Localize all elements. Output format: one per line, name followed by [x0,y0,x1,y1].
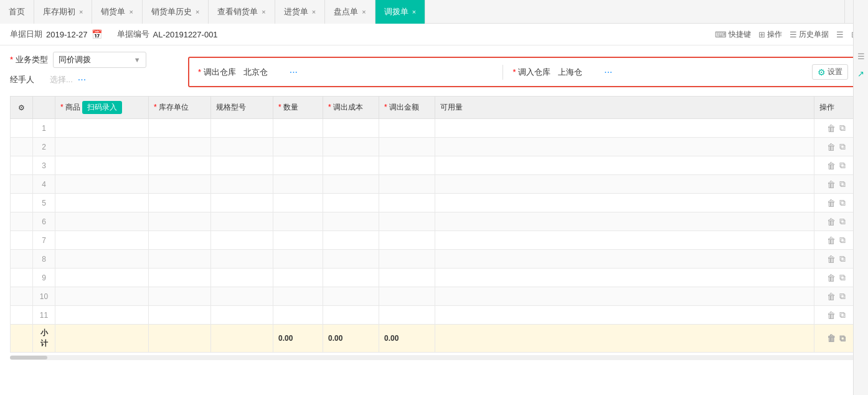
row-spec-cell[interactable] [211,306,273,325]
copy-row-icon[interactable]: ⧉ [839,141,846,152]
row-amount-cell[interactable] [379,231,435,250]
row-qty-cell[interactable] [273,194,323,212]
transfer-in-value[interactable]: 上海仓 [558,67,595,78]
row-amount-cell[interactable] [379,269,435,287]
calendar-icon[interactable]: 📅 [92,29,102,39]
copy-row-icon[interactable]: ⧉ [839,235,846,245]
row-cost-cell[interactable] [323,269,379,287]
delete-row-icon[interactable]: 🗑 [827,142,836,152]
row-product-cell[interactable] [55,156,149,175]
row-unit-cell[interactable] [149,138,211,156]
row-qty-cell[interactable] [273,212,323,231]
subtotal-copy-icon[interactable]: ⧉ [839,333,846,344]
transfer-out-more-icon[interactable]: ··· [285,67,303,78]
row-product-cell[interactable] [55,119,149,138]
delete-row-icon[interactable]: 🗑 [827,292,836,302]
row-spec-cell[interactable] [211,212,273,231]
delete-row-icon[interactable]: 🗑 [827,310,836,320]
operations-btn[interactable]: ⊞ 操作 [758,29,782,40]
row-cost-cell[interactable] [323,231,379,250]
delete-row-icon[interactable]: 🗑 [827,161,836,171]
row-product-cell[interactable] [55,250,149,269]
tab-home[interactable]: 首页 [0,0,34,24]
row-unit-cell[interactable] [149,175,211,194]
row-unit-cell[interactable] [149,194,211,212]
row-unit-cell[interactable] [149,119,211,138]
row-qty-cell[interactable] [273,231,323,250]
close-tab-sales-history[interactable]: × [196,8,199,16]
row-amount-cell[interactable] [379,119,435,138]
row-product-cell[interactable] [55,269,149,287]
row-cost-cell[interactable] [323,156,379,175]
tab-inventory-init[interactable]: 库存期初 × [34,0,92,24]
history-btn[interactable]: ☰ 历史单据 [790,29,829,40]
handler-more-icon[interactable]: ··· [78,74,86,85]
row-qty-cell[interactable] [273,175,323,194]
copy-row-icon[interactable]: ⧉ [839,291,846,302]
row-qty-cell[interactable] [273,306,323,325]
row-spec-cell[interactable] [211,269,273,287]
copy-row-icon[interactable]: ⧉ [839,160,846,171]
row-unit-cell[interactable] [149,306,211,325]
transfer-in-more-icon[interactable]: ··· [599,67,617,78]
close-tab-view-sales[interactable]: × [262,8,265,16]
row-product-cell[interactable] [55,212,149,231]
row-amount-cell[interactable] [379,212,435,231]
copy-row-icon[interactable]: ⧉ [839,123,846,133]
row-qty-cell[interactable] [273,269,323,287]
close-tab-inventory-init[interactable]: × [79,8,83,16]
row-cost-cell[interactable] [323,212,379,231]
th-gear[interactable]: ⚙ [11,97,33,119]
copy-row-icon[interactable]: ⧉ [839,310,846,320]
row-spec-cell[interactable] [211,194,273,212]
tab-view-sales[interactable]: 查看销货单 × [209,0,275,24]
tab-sales-order[interactable]: 销货单 × [92,0,142,24]
delete-row-icon[interactable]: 🗑 [827,273,836,283]
delete-row-icon[interactable]: 🗑 [827,123,836,133]
row-unit-cell[interactable] [149,269,211,287]
delete-row-icon[interactable]: 🗑 [827,198,836,208]
row-unit-cell[interactable] [149,250,211,269]
settings-button[interactable]: ⚙ 设置 [812,64,848,80]
tab-transfer-order[interactable]: 调拨单 × [375,0,425,24]
row-cost-cell[interactable] [323,175,379,194]
row-product-cell[interactable] [55,231,149,250]
delete-row-icon[interactable]: 🗑 [827,217,836,227]
handler-placeholder[interactable]: 选择... [50,74,73,85]
row-product-cell[interactable] [55,306,149,325]
tab-sales-history[interactable]: 销货单历史 × [143,0,209,24]
row-cost-cell[interactable] [323,250,379,269]
row-amount-cell[interactable] [379,156,435,175]
row-amount-cell[interactable] [379,250,435,269]
row-qty-cell[interactable] [273,250,323,269]
row-qty-cell[interactable] [273,287,323,306]
list-view-btn[interactable]: ☰ [836,30,844,39]
subtotal-delete-icon[interactable]: 🗑 [827,333,836,343]
close-tab-transfer-order[interactable]: × [412,8,416,16]
row-amount-cell[interactable] [379,194,435,212]
row-product-cell[interactable] [55,287,149,306]
row-amount-cell[interactable] [379,138,435,156]
doc-date-value[interactable]: 2019-12-27 [46,30,88,39]
copy-row-icon[interactable]: ⧉ [839,198,846,208]
row-amount-cell[interactable] [379,175,435,194]
row-qty-cell[interactable] [273,138,323,156]
transfer-out-value[interactable]: 北京仓 [243,67,281,78]
row-unit-cell[interactable] [149,231,211,250]
horizontal-scrollbar[interactable] [10,355,858,360]
sidebar-export-icon[interactable]: ↗ [855,67,867,80]
row-spec-cell[interactable] [211,119,273,138]
tab-purchase-order[interactable]: 进货单 × [275,0,325,24]
scan-button[interactable]: 扫码录入 [82,101,122,114]
row-cost-cell[interactable] [323,194,379,212]
tab-inventory-check[interactable]: 盘点单 × [325,0,375,24]
row-amount-cell[interactable] [379,306,435,325]
copy-row-icon[interactable]: ⧉ [839,272,846,283]
row-cost-cell[interactable] [323,138,379,156]
row-cost-cell[interactable] [323,287,379,306]
row-spec-cell[interactable] [211,156,273,175]
copy-row-icon[interactable]: ⧉ [839,179,846,189]
gear-icon[interactable]: ⚙ [18,103,25,112]
close-tab-purchase-order[interactable]: × [312,8,316,16]
row-product-cell[interactable] [55,175,149,194]
